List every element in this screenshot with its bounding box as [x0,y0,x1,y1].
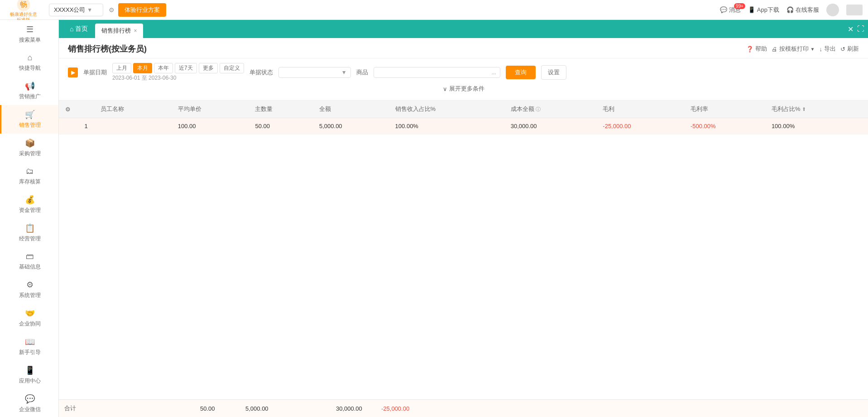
cell-name [95,118,173,134]
settings-button[interactable]: 设置 [541,65,566,80]
col-sales-pct: 销售收入占比% [390,101,505,118]
settings-icon[interactable]: ⚙ [109,6,115,14]
footer-gross: -25,000.00 [381,405,417,412]
app-download-button[interactable]: 📱 App下载 [748,6,779,14]
date-more[interactable]: 更多 [199,63,218,73]
trial-button[interactable]: 体验行业方案 [118,3,166,17]
export-button[interactable]: ↓ 导出 [820,45,836,53]
sidebar-icon-system: ⚙ [26,280,34,290]
sidebar-item-purchase[interactable]: 📦 采购管理 [0,134,58,162]
tab-sales-ranking[interactable]: 销售排行榜 × [95,24,143,38]
goods-label: 商品 [356,68,368,77]
sidebar-icon-operations: 📋 [25,223,35,233]
sidebar-item-sales[interactable]: 🛒 销售管理 [0,105,58,134]
goods-filter[interactable]: ... [374,67,500,78]
message-button[interactable]: 💬 消息 99+ [720,6,741,14]
sidebar-item-basics[interactable]: 🗃 基础信息 [0,247,58,275]
tab-sales-ranking-label: 销售排行榜 [101,27,131,35]
refresh-button[interactable]: ↺ 刷新 [840,45,859,53]
cell-amount: 5,000.00 [314,118,390,134]
col-avg-price: 平均单价 [173,101,250,118]
company-selector[interactable]: XXXXX公司 ▼ [49,4,103,16]
col-settings[interactable]: ⚙ [59,101,77,118]
footer-label: 合计 [64,404,101,412]
home-icon: ⌂ [70,25,73,33]
status-select[interactable]: ▼ [278,67,351,78]
col-gross: 毛利 [597,101,685,118]
footer-quantity: 50.00 [200,405,236,412]
online-service-label: 在线客服 [796,6,819,14]
query-button[interactable]: 查询 [506,66,536,79]
tab-close-icon[interactable]: × [134,28,137,34]
cell-gross-rate: -500.00% [685,118,766,134]
sidebar-label-basics: 基础信息 [19,263,41,271]
col-name: 员工名称 [95,101,173,118]
tab-close-window-icon[interactable]: ✕ [848,25,854,34]
sidebar-label-search: 搜索菜单 [19,36,41,44]
page-title: 销售排行榜(按业务员) [68,43,147,54]
sidebar-label-sales: 销售管理 [19,121,41,129]
col-settings-icon[interactable]: ⚙ [65,106,71,113]
sidebar-label-wechat: 企业微信 [19,406,41,413]
help-button[interactable]: ❓ 帮助 [746,45,767,53]
date-range-display: 2023-06-01 至 2023-06-30 [112,74,244,82]
cell-avg-price: 100.00 [173,118,250,134]
status-label: 单据状态 [249,68,273,77]
sidebar-item-inventory[interactable]: 🗂 库存核算 [0,162,58,190]
sidebar-item-finance[interactable]: 💰 资金管理 [0,190,58,219]
sidebar-icon-quick-nav: ⌂ [28,53,33,62]
cell-gross: -25,000.00 [597,118,685,134]
sidebar-item-guide[interactable]: 📖 新手引导 [0,332,58,361]
headset-icon: 🎧 [786,6,794,13]
cell-sales-pct: 100.00% [390,118,505,134]
sidebar-item-operations[interactable]: 📋 经营管理 [0,219,58,247]
sidebar-label-apps: 应用中心 [19,377,41,385]
sidebar-icon-guide: 📖 [25,337,35,347]
sidebar-label-operations: 经营管理 [19,235,41,243]
sidebar-item-enterprise[interactable]: 🤝 企业协同 [0,304,58,332]
online-service-button[interactable]: 🎧 在线客服 [786,6,819,14]
sidebar-label-quick-nav: 快捷导航 [19,64,41,72]
sidebar-label-enterprise: 企业协同 [19,320,41,328]
sidebar-item-quick-nav[interactable]: ⌂ 快捷导航 [0,48,58,77]
sidebar-icon-enterprise: 🤝 [25,308,35,318]
table-row: 1 100.00 50.00 5,000.00 100.00% 30,000.0… [59,118,868,134]
col-rank [77,101,95,118]
sidebar-item-apps[interactable]: 📱 应用中心 [0,361,58,389]
cell-rank: 1 [77,118,95,134]
date-custom[interactable]: 自定义 [220,63,244,73]
footer-cost: 30,000.00 [336,405,372,412]
date-last-month[interactable]: 上月 [112,63,131,73]
sidebar-item-marketing[interactable]: 📢 营销推广 [0,77,58,105]
sidebar-icon-inventory: 🗂 [26,167,34,176]
print-button[interactable]: 🖨 按模板打印 ▼ [772,45,815,53]
sidebar-icon-purchase: 📦 [25,138,35,148]
app-download-label: App下载 [757,6,779,14]
sidebar-nav: ☰ 搜索菜单 ⌂ 快捷导航 📢 营销推广 🛒 销售管理 📦 采购管理 🗂 库存核… [0,20,58,417]
tab-home[interactable]: ⌂ 首页 [62,20,95,38]
data-table: ⚙ 员工名称 平均单价 主数量 全额 销售收入占比% 成本全额 ⓘ 毛利 毛利率 [59,101,868,399]
sidebar-label-purchase: 采购管理 [19,150,41,158]
date-last-7-days[interactable]: 近7天 [175,63,197,73]
expand-icon: ∨ [443,86,447,92]
table-body: 1 100.00 50.00 5,000.00 100.00% 30,000.0… [59,118,868,134]
svg-text:畅: 畅 [20,0,27,8]
company-name: XXXXX公司 [54,6,85,14]
user-name-block [846,5,863,15]
tab-home-label: 首页 [75,25,88,33]
print-dropdown-icon[interactable]: ▼ [810,47,815,52]
sidebar-label-system: 系统管理 [19,292,41,299]
col-gross-rate: 毛利率 [685,101,766,118]
sidebar-item-search[interactable]: ☰ 搜索菜单 [0,20,58,48]
sidebar-icon-sales: 🛒 [25,110,35,120]
date-current-year[interactable]: 本年 [154,63,173,73]
sidebar-item-system[interactable]: ⚙ 系统管理 [0,275,58,304]
expand-more-button[interactable]: ∨ 展开更多条件 [68,82,859,96]
date-current-month[interactable]: 本月 [133,63,152,73]
tab-maximize-icon[interactable]: ⛶ [857,25,864,33]
user-avatar[interactable] [826,4,839,16]
sidebar-item-wechat[interactable]: 💬 企业微信 [0,389,58,417]
filter-collapse-button[interactable]: ▶ [68,67,78,77]
cell-quantity: 50.00 [249,118,314,134]
sidebar-icon-finance: 💰 [25,195,35,205]
